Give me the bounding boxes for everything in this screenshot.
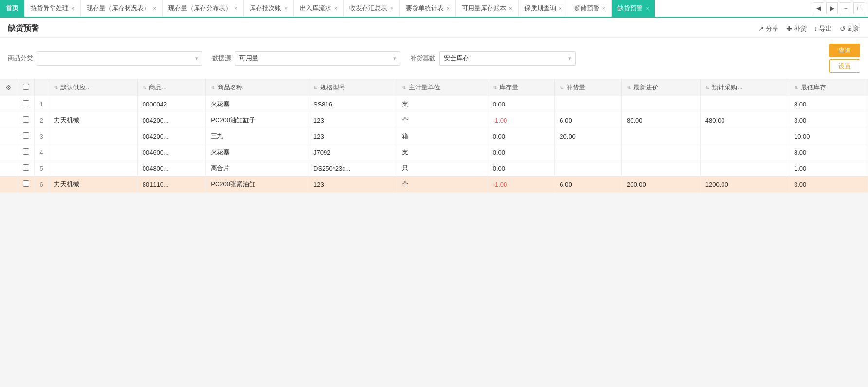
select-all-checkbox[interactable] xyxy=(23,84,29,90)
tab-pick-close[interactable]: × xyxy=(72,5,74,11)
th-min-stock-label: 最低库存 xyxy=(801,84,826,91)
row-min-stock: 8.00 xyxy=(789,96,868,112)
tab-next-btn[interactable]: ▶ xyxy=(826,2,838,14)
row-replenish: 20.00 xyxy=(555,128,622,144)
share-button[interactable]: ↗ 分享 xyxy=(759,24,778,33)
row-checkbox[interactable] xyxy=(23,148,29,155)
row-latest-price: 80.00 xyxy=(621,112,700,128)
th-name[interactable]: ⇅ 商品名称 xyxy=(206,79,308,96)
tab-bar: 首页 拣货异常处理 × 现存量（库存状况表） × 现存量（库存分布表） × 库存… xyxy=(0,0,868,18)
category-select[interactable]: ▾ xyxy=(37,51,202,66)
table-body: 1 0000042 火花塞 SS816 支 0.00 8.00 2 力天机械 0… xyxy=(0,96,868,193)
refresh-button[interactable]: ↺ 刷新 xyxy=(840,24,860,33)
data-table: ⚙ ⇅ 默认供应... ⇅ 商品... ⇅ xyxy=(0,79,868,193)
row-checkbox[interactable] xyxy=(23,100,29,106)
row-checkbox-cell[interactable] xyxy=(18,112,34,128)
tab-batch-close[interactable]: × xyxy=(284,5,287,11)
tab-summary[interactable]: 收发存汇总表 × xyxy=(344,0,399,17)
tab-order-close[interactable]: × xyxy=(447,5,450,11)
th-spec-label: 规格型号 xyxy=(320,84,345,91)
th-replenish[interactable]: ⇅ 补货量 xyxy=(555,79,622,96)
th-code[interactable]: ⇅ 商品... xyxy=(137,79,206,96)
row-stock: -1.00 xyxy=(488,112,555,128)
row-checkbox-cell[interactable] xyxy=(18,144,34,160)
tab-inv2-close[interactable]: × xyxy=(235,5,237,11)
th-unit-label: 主计量单位 xyxy=(409,84,440,91)
tab-inv1-close[interactable]: × xyxy=(153,5,156,11)
row-checkbox[interactable] xyxy=(23,132,29,139)
th-stock[interactable]: ⇅ 库存量 xyxy=(488,79,555,96)
table-header-row: ⚙ ⇅ 默认供应... ⇅ 商品... ⇅ xyxy=(0,79,868,96)
th-gear: ⚙ xyxy=(0,79,18,96)
row-checkbox[interactable] xyxy=(23,116,29,123)
est-purchase-sort-icon: ⇅ xyxy=(705,85,709,90)
row-checkbox[interactable] xyxy=(23,164,29,171)
table-row: 5 004800... 离合片 DS250*23c... 只 0.00 1.00 xyxy=(0,160,868,176)
row-checkbox-cell[interactable] xyxy=(18,176,34,193)
row-latest-price xyxy=(621,144,700,160)
table-row: 6 力天机械 801110... PC200张紧油缸 123 个 -1.00 6… xyxy=(0,176,868,193)
tab-inout-close[interactable]: × xyxy=(334,5,337,11)
filter-actions: 查询 设置 xyxy=(829,44,860,73)
tab-minimize-btn[interactable]: − xyxy=(840,2,851,14)
tab-overstock[interactable]: 超储预警 × xyxy=(568,0,612,17)
spec-sort-icon: ⇅ xyxy=(313,85,317,90)
tab-summary-close[interactable]: × xyxy=(390,5,393,11)
export-icon: ↓ xyxy=(814,25,818,32)
row-supplier xyxy=(49,96,137,112)
tab-expiry-close[interactable]: × xyxy=(559,5,562,11)
latest-price-sort-icon: ⇅ xyxy=(627,85,631,90)
row-gear-cell xyxy=(0,176,18,193)
settings-button[interactable]: 设置 xyxy=(829,59,860,73)
gear-icon[interactable]: ⚙ xyxy=(5,84,12,91)
row-checkbox-cell[interactable] xyxy=(18,160,34,176)
tab-avail[interactable]: 可用量库存账本 × xyxy=(456,0,518,17)
th-name-label: 商品名称 xyxy=(217,84,243,91)
tab-batch[interactable]: 库存批次账 × xyxy=(244,0,293,17)
row-unit: 个 xyxy=(397,112,488,128)
th-min-stock[interactable]: ⇅ 最低库存 xyxy=(789,79,868,96)
tab-prev-btn[interactable]: ◀ xyxy=(813,2,824,14)
tab-inv1[interactable]: 现存量（库存状况表） × xyxy=(81,0,162,17)
tab-expiry[interactable]: 保质期查询 × xyxy=(519,0,568,17)
tab-inv2[interactable]: 现存量（库存分布表） × xyxy=(163,0,244,17)
th-supplier[interactable]: ⇅ 默认供应... xyxy=(49,79,137,96)
tab-maximize-btn[interactable]: □ xyxy=(853,2,865,14)
row-replenish xyxy=(555,160,622,176)
datasource-value: 可用量 xyxy=(239,54,258,63)
query-button[interactable]: 查询 xyxy=(829,44,860,57)
th-latest-price[interactable]: ⇅ 最新进价 xyxy=(621,79,700,96)
th-num xyxy=(34,79,49,96)
tab-order[interactable]: 要货单统计表 × xyxy=(400,0,456,17)
row-checkbox[interactable] xyxy=(23,180,29,187)
replenish-filter-group: 补货基数 安全库存 ▾ xyxy=(410,51,576,66)
tab-shortage-close[interactable]: × xyxy=(646,5,649,11)
tab-inout-label: 出入库流水 xyxy=(300,4,331,13)
row-checkbox-cell[interactable] xyxy=(18,96,34,112)
tab-order-label: 要货单统计表 xyxy=(406,4,444,13)
tab-inv1-label: 现存量（库存状况表） xyxy=(87,4,150,13)
tab-avail-close[interactable]: × xyxy=(509,5,512,11)
row-name: PC200油缸缸子 xyxy=(206,112,308,128)
tab-inout[interactable]: 出入库流水 × xyxy=(294,0,344,17)
row-code: 801110... xyxy=(137,176,206,193)
datasource-select[interactable]: 可用量 ▾ xyxy=(235,51,400,66)
tab-overstock-close[interactable]: × xyxy=(602,5,605,11)
th-unit[interactable]: ⇅ 主计量单位 xyxy=(397,79,488,96)
min-stock-sort-icon: ⇅ xyxy=(794,85,798,90)
row-spec: SS816 xyxy=(308,96,397,112)
category-arrow-icon: ▾ xyxy=(195,55,198,62)
replenish-button[interactable]: ✚ 补货 xyxy=(786,24,807,33)
tab-pick[interactable]: 拣货异常处理 × xyxy=(25,0,81,17)
th-est-purchase[interactable]: ⇅ 预计采购... xyxy=(700,79,789,96)
title-actions: ↗ 分享 ✚ 补货 ↓ 导出 ↺ 刷新 xyxy=(759,24,861,33)
th-spec[interactable]: ⇅ 规格型号 xyxy=(308,79,397,96)
row-checkbox-cell[interactable] xyxy=(18,128,34,144)
replenish-select[interactable]: 安全库存 ▾ xyxy=(439,51,576,66)
table-row: 4 004600... 火花塞 J7092 支 0.00 8.00 xyxy=(0,144,868,160)
tab-shortage[interactable]: 缺货预警 × xyxy=(612,0,655,17)
export-button[interactable]: ↓ 导出 xyxy=(814,24,832,33)
tab-home[interactable]: 首页 xyxy=(0,0,25,17)
page-title: 缺货预警 xyxy=(8,23,39,34)
category-label: 商品分类 xyxy=(8,54,33,63)
